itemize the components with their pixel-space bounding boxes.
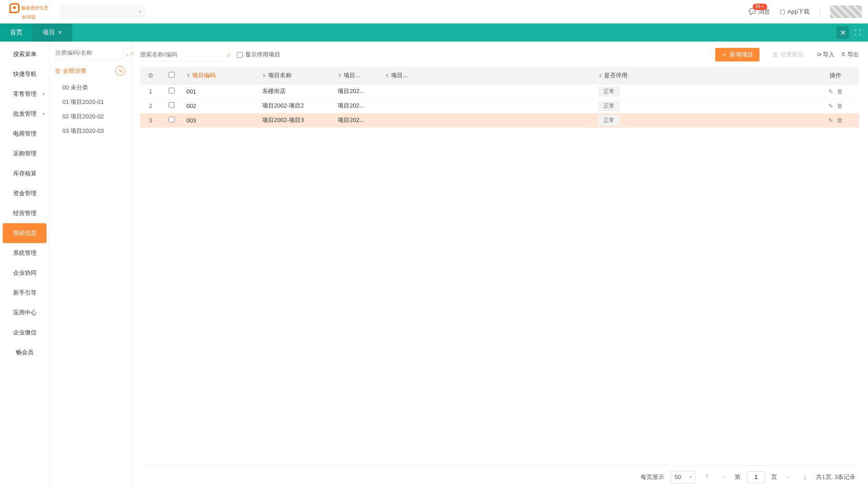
brand-logo: 畅捷通好生意 标准版 [6,2,52,22]
page-summary: 共1页, 3条记录 [816,473,855,481]
category-root-label: 全部分类 [63,67,86,75]
table-row[interactable]: 2002项目2002-项目2项目202...正常✎🗑 [140,99,859,113]
first-page-button[interactable]: ⤒ [702,472,712,482]
chevron-down-icon: ▾ [42,112,45,116]
col-ops: 操作 [811,67,859,84]
row-checkbox[interactable] [169,102,175,108]
chevron-down-icon: ▾ [139,9,141,14]
delete-row-button[interactable]: 🗑 [837,103,843,109]
project-table: ⚙ ▲▼项目编码 ▲▼项目名称 ▲▼项目... ▲▼项目... ▲▼是否停用 操… [140,67,859,128]
table-row[interactable]: 3003项目2002-项目3项目202...正常✎🗑 [140,113,859,127]
close-icon[interactable]: ✕ [58,29,62,36]
show-disabled-toggle[interactable]: 显示停用项目 [237,51,280,59]
nav-item[interactable]: 电商管理 [0,124,49,144]
import-button[interactable]: ↻导入 [816,51,835,59]
collapse-panel-button[interactable]: « [123,48,131,61]
nav-item[interactable]: 资金管理 [0,183,49,203]
trash-icon: 🗑 [772,52,778,58]
category-search[interactable]: ⌕ [55,46,125,60]
show-disabled-checkbox[interactable] [237,52,243,58]
settings-column[interactable]: ⚙ [140,67,161,84]
nav-item[interactable]: 库存核算 [0,164,49,183]
col-status[interactable]: ▲▼是否停用 [594,67,811,84]
tabs-close-all-button[interactable]: ✕ [836,26,849,39]
cell-c4 [381,113,594,127]
row-checkbox[interactable] [169,117,175,122]
header-actions: 💬 消息 99 + ▢ App下载 [749,5,862,18]
batch-delete-button[interactable]: 🗑 批量删除 [766,48,810,61]
cell-name: 项目2002-项目2 [258,99,334,113]
cell-c3: 项目202... [333,113,381,127]
category-panel: ⌕ ☰ 全部分类 ✎ 00 未分类01 项目2020-0102 项目2020-0… [50,42,131,488]
select-all-checkbox[interactable] [169,72,175,78]
main-area: ⌕ 显示停用项目 ＋ 新增项目 🗑 批量删除 ↻导入 ↺导出 ⚙ [131,42,868,488]
table-search-input[interactable] [140,51,227,58]
left-nav: 搜索菜单快捷导航零售管理▾批发管理▾电商管理采购管理库存核算资金管理经营管理基础… [0,42,50,488]
search-icon[interactable]: ⌕ [131,49,135,56]
edit-icon: ✎ [118,68,123,74]
logo-icon [9,3,19,13]
cell-status: 正常 [594,84,811,99]
edit-row-button[interactable]: ✎ [828,103,833,109]
col-c4[interactable]: ▲▼项目... [381,67,594,84]
messages-button[interactable]: 💬 消息 99 + [749,8,770,16]
nav-item[interactable]: 基础信息 [3,223,47,243]
category-item[interactable]: 01 项目2020-01 [50,95,131,109]
cell-ops: ✎🗑 [811,84,859,99]
nav-item[interactable]: 应用中心 [0,303,49,323]
export-button[interactable]: ↺导出 [841,51,859,59]
category-item[interactable]: 00 未分类 [50,80,131,95]
edit-row-button[interactable]: ✎ [828,117,833,124]
category-item[interactable]: 02 项目2020-02 [50,109,131,124]
search-icon[interactable]: ⌕ [227,51,231,58]
row-checkbox[interactable] [169,88,175,94]
user-avatar[interactable] [830,5,862,18]
nav-item[interactable]: 快捷导航 [0,64,49,84]
category-root[interactable]: ☰ 全部分类 ✎ [50,64,131,80]
select-all-column[interactable] [161,67,182,84]
col-name[interactable]: ▲▼项目名称 [258,67,334,84]
toolbar: ⌕ 显示停用项目 ＋ 新增项目 🗑 批量删除 ↻导入 ↺导出 [140,48,859,61]
col-c3[interactable]: ▲▼项目... [333,67,381,84]
col-code[interactable]: ▲▼项目编码 [182,67,258,84]
app-download-button[interactable]: ▢ App下载 [780,8,810,16]
nav-item[interactable]: 畅会员 [0,343,49,362]
table-search[interactable]: ⌕ [140,48,231,61]
download-label: App下载 [788,8,810,16]
edit-category-button[interactable]: ✎ [115,66,125,76]
category-list: 00 未分类01 项目2020-0102 项目2020-0203 项目2020-… [50,80,131,139]
prev-page-button[interactable]: ‹ [718,472,728,482]
cell-c3: 项目202... [333,84,381,99]
export-icon: ↺ [840,51,847,59]
category-search-input[interactable] [55,49,131,56]
messages-badge: 99 + [753,4,767,10]
cell-c3: 项目202... [333,99,381,113]
nav-item[interactable]: 企业协同 [0,263,49,283]
nav-item[interactable]: 新手引导 [0,283,49,303]
tab-home[interactable]: 首页 [0,23,33,42]
nav-item[interactable]: 企业微信 [0,323,49,343]
nav-item[interactable]: 批发管理▾ [0,104,49,124]
last-page-button[interactable]: ⤓ [800,472,810,482]
add-project-button[interactable]: ＋ 新增项目 [715,48,760,61]
nav-item[interactable]: 搜索菜单 [0,44,49,64]
nav-item[interactable]: 零售管理▾ [0,84,49,104]
next-page-button[interactable]: › [783,472,793,482]
tab-project[interactable]: 项目 ✕ [33,23,72,42]
cell-ops: ✎🗑 [811,99,859,113]
nav-item[interactable]: 系统管理 [0,243,49,263]
edit-row-button[interactable]: ✎ [828,88,833,95]
nav-item[interactable]: 采购管理 [0,144,49,164]
nav-item[interactable]: 经营管理 [0,203,49,223]
delete-row-button[interactable]: 🗑 [837,88,843,95]
table-header-row: ⚙ ▲▼项目编码 ▲▼项目名称 ▲▼项目... ▲▼项目... ▲▼是否停用 操… [140,67,859,84]
category-item[interactable]: 03 项目2020-03 [50,124,131,138]
page-input[interactable] [747,471,765,483]
table-row[interactable]: 1001东楼街店项目202...正常✎🗑 [140,84,859,99]
delete-row-button[interactable]: 🗑 [837,117,843,124]
org-selector[interactable]: ▾ [60,5,146,19]
import-icon: ↻ [815,51,823,59]
fullscreen-button[interactable]: ⛶ [851,26,863,39]
pagesize-select[interactable]: 50 ▾ [670,471,696,483]
cell-ops: ✎🗑 [811,113,859,127]
